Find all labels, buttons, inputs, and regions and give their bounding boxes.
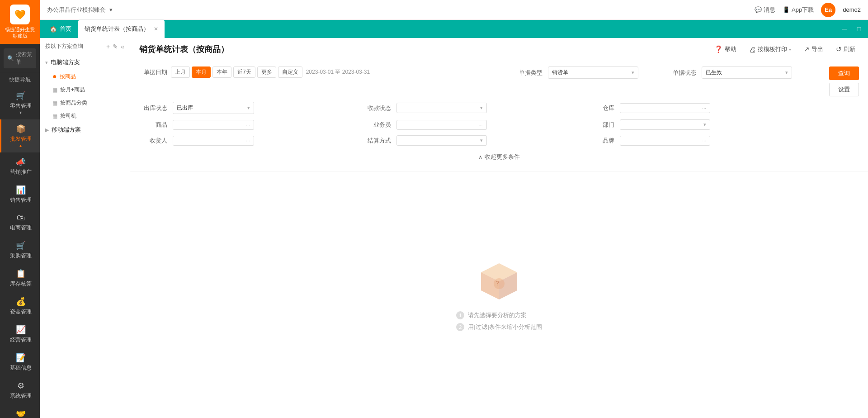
help-btn[interactable]: ❓ 帮助 [711,43,740,55]
content-area: 按以下方案查询 + ✎ « ▾ 电脑端方案 ● 按商品 ▦ 按月+商品 [40,38,868,418]
sidebar-label-wholesale: 批发管理 [10,135,32,143]
sidebar-item-finance[interactable]: 💰 资金管理 [0,292,40,320]
sidebar-item-marketing[interactable]: 📣 营销推广 [0,152,40,180]
settings-btn[interactable]: 设置 [829,83,859,96]
goods-select[interactable]: ··· [173,120,254,130]
tab-close-btn[interactable]: ✕ [154,26,158,32]
tab-report[interactable]: 销货单统计表（按商品） ✕ [78,20,165,38]
sidebar-label-sales: 销售管理 [10,196,32,204]
sidebar-search[interactable]: 🔍 搜索菜单 [0,44,40,73]
tree-group-desktop[interactable]: ▾ 电脑端方案 [40,55,130,70]
department-arrow: ▾ [703,122,706,128]
empty-state: ? 1 请先选择要分析的方案 2 用[过滤]条件来缩小分析范围 [130,171,868,418]
warehouse-arrow: ··· [702,105,706,111]
date-last7-btn[interactable]: 近7天 [233,66,255,78]
bill-status-value: 已生效 [706,69,782,76]
sidebar-label-basic: 基础信息 [10,364,32,372]
logo-icon: 🧡 [10,5,30,24]
tree-group-mobile[interactable]: ▶ 移动端方案 [40,123,130,137]
month-goods-label: 按月+商品 [60,86,85,94]
date-this-year-btn[interactable]: 本年 [212,66,231,78]
date-custom-btn[interactable]: 自定义 [278,66,302,78]
receive-status-arrow: ▾ [480,105,483,111]
user-avatar[interactable]: Ea [821,3,835,17]
department-label: 部门 [586,121,618,129]
add-scheme-btn[interactable]: + [106,43,110,50]
tree-item-month-goods[interactable]: ▦ 按月+商品 [40,83,130,96]
export-icon: ↗ [804,45,810,53]
refresh-btn[interactable]: ↺ 刷新 [832,43,859,55]
tip-2-text: 用[过滤]条件来缩小分析范围 [468,323,542,331]
bill-type-value: 销货单 [552,69,628,76]
tab-home-label: 首页 [60,25,71,33]
sidebar-label-system: 系统管理 [10,392,32,400]
template-print-btn[interactable]: 🖨 按模板打印 ▾ [745,43,795,55]
message-btn[interactable]: 💬 消息 [755,6,775,14]
tab-maximize-btn[interactable]: □ [854,24,864,34]
sidebar-item-operation[interactable]: 📈 经营管理 [0,320,40,348]
edit-scheme-btn[interactable]: ✎ [113,43,118,50]
minimize-icon: ─ [842,25,847,33]
sales-icon: 📊 [16,185,26,195]
date-more-btn[interactable]: 更多 [257,66,276,78]
template-print-arrow: ▾ [789,47,791,52]
empty-illustration-svg: ? [472,259,526,304]
sidebar-item-retail[interactable]: 🛒 零售管理 ▾ [0,86,40,119]
tree-item-driver[interactable]: ▦ 按司机 [40,109,130,123]
sidebar-item-ecommerce[interactable]: 🛍 电商管理 [0,209,40,236]
sidebar-item-basic[interactable]: 📝 基础信息 [0,348,40,376]
sidebar-item-purchase[interactable]: 🛒 采购管理 [0,236,40,264]
tab-home[interactable]: 🏠 首页 [43,20,78,38]
tree-item-by-goods[interactable]: ● 按商品 [40,70,130,83]
tab-minimize-btn[interactable]: ─ [839,24,850,34]
sidebar-item-enterprise[interactable]: 🤝 企业协同 [0,404,40,418]
export-btn[interactable]: ↗ 导出 [800,43,827,55]
marketing-icon: 📣 [16,157,26,167]
industry-selector[interactable]: 办公用品行业模拟账套 ▾ [47,6,113,14]
driver-label: 按司机 [60,112,76,120]
out-status-select[interactable]: 已出库 ▾ [173,102,254,114]
tree-item-goods-category[interactable]: ▦ 按商品分类 [40,96,130,109]
receive-status-select[interactable]: ▾ [396,103,487,113]
salesman-select[interactable]: ··· [396,120,487,130]
app-download-btn[interactable]: 📱 App下载 [783,6,814,14]
date-prev-month-btn[interactable]: 上月 [171,66,190,78]
consignee-select[interactable]: ··· [173,136,254,146]
collapse-panel-btn[interactable]: « [121,43,124,50]
sidebar-logo[interactable]: 🧡 畅捷通好生意 标账版 [0,0,40,44]
department-select[interactable]: ▾ [620,119,710,130]
warehouse-select[interactable]: ··· [620,103,710,113]
collapse-chevron: ∧ [478,154,483,161]
sidebar-item-inventory[interactable]: 📋 库存核算 [0,264,40,292]
bill-type-select[interactable]: 销货单 ▾ [548,66,638,79]
date-this-month-btn[interactable]: 本月 [192,66,211,78]
page-title: 销货单统计表（按商品） [139,44,229,55]
collapse-btn[interactable]: ∧ 收起更多条件 [139,149,859,165]
brand-dots: ··· [702,138,706,143]
brand-select[interactable]: ··· [620,136,710,146]
driver-icon: ▦ [52,113,57,119]
warehouse-label: 仓库 [586,104,618,112]
bill-status-select[interactable]: 已生效 ▾ [702,66,792,79]
payment-label: 结算方式 [363,137,395,145]
left-panel-actions: + ✎ « [106,43,124,50]
operation-icon: 📈 [16,325,26,335]
empty-tips: 1 请先选择要分析的方案 2 用[过滤]条件来缩小分析范围 [456,311,542,331]
sidebar-item-sales[interactable]: 📊 销售管理 [0,180,40,209]
by-goods-icon: ● [52,72,57,81]
home-icon: 🏠 [50,26,57,33]
sidebar: 🧡 畅捷通好生意 标账版 🔍 搜索菜单 快捷导航 🛒 零售管理 ▾ 📦 批发管理… [0,0,40,418]
export-label: 导出 [811,45,823,53]
tip-1-num: 1 [456,311,464,319]
sidebar-label-finance: 资金管理 [10,308,32,316]
sidebar-item-system[interactable]: ⚙ 系统管理 [0,376,40,404]
sidebar-nav-label: 快捷导航 [5,73,34,86]
wholesale-icon: 📦 [16,124,26,134]
maximize-icon: □ [857,25,861,33]
sidebar-item-wholesale[interactable]: 📦 批发管理 ▴ [0,119,40,152]
salesman-label: 业务员 [363,121,395,129]
query-btn[interactable]: 查询 [829,66,859,80]
month-goods-icon: ▦ [52,87,57,93]
help-icon: ❓ [714,45,723,53]
payment-select[interactable]: ▾ [396,135,487,146]
